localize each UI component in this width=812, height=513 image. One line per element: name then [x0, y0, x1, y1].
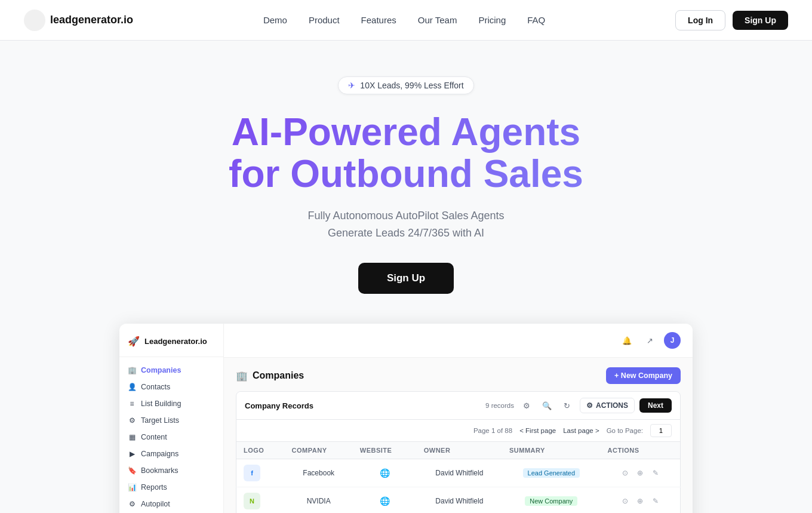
svg-point-0: [24, 10, 45, 31]
user-avatar[interactable]: J: [664, 332, 681, 349]
table-toolbar-label: Company Records: [245, 401, 313, 410]
nav-link-faq[interactable]: FAQ: [527, 15, 545, 25]
sidebar-label-campaigns: Campaigns: [141, 450, 179, 458]
hero-signup-button[interactable]: Sign Up: [358, 263, 454, 294]
action-edit-icon[interactable]: ✎: [649, 466, 662, 480]
website-icon[interactable]: 🌐: [380, 496, 390, 506]
target-lists-icon: ⚙: [128, 416, 136, 425]
sidebar-item-contacts[interactable]: 👤 Contacts: [119, 379, 223, 395]
nav-link-our-team[interactable]: Our Team: [418, 15, 457, 25]
export-button[interactable]: ↗: [641, 332, 658, 349]
table-body: f Facebook 🌐 David Whitfield Lead Genera…: [236, 459, 681, 513]
sidebar-item-target-lists[interactable]: ⚙ Target Lists: [119, 412, 223, 429]
refresh-icon-btn[interactable]: ↻: [559, 398, 575, 413]
table-toolbar: Company Records 9 records ⚙ 🔍 ↻ ⚙ ACTION…: [236, 391, 681, 420]
page-number-input[interactable]: [650, 424, 672, 437]
logo-icon: 🚀: [24, 10, 45, 31]
cell-summary: New Company: [502, 487, 601, 513]
company-logo-img: N: [244, 493, 260, 509]
app-preview: 🚀 Leadgenerator.io 🏢 Companies 👤 Contact…: [119, 324, 693, 513]
first-page-button[interactable]: < First page: [519, 427, 556, 434]
sidebar-logo-text: Leadgenerator.io: [144, 337, 207, 346]
cell-company: NVIDIA: [285, 487, 353, 513]
hero-subtitle-line1: Fully Autonomous AutoPilot Sales Agents: [307, 210, 504, 222]
action-add-icon[interactable]: ⊕: [633, 494, 647, 508]
hero-badge: ✈ 10X Leads, 99% Less Effort: [338, 76, 473, 94]
status-badge: Lead Generated: [523, 468, 580, 478]
col-logo: LOGO: [236, 442, 285, 459]
action-link-icon[interactable]: ⊙: [619, 466, 632, 480]
main-content: 🔔 ↗ J 🏢 Companies + New Company Company …: [224, 324, 693, 513]
col-actions: ACTIONS: [601, 442, 681, 459]
table-row: f Facebook 🌐 David Whitfield Lead Genera…: [236, 459, 681, 487]
campaigns-icon: ▶: [128, 450, 136, 458]
companies-icon: 🏢: [128, 366, 136, 374]
company-logo-img: f: [244, 465, 260, 481]
table-header: LOGO COMPANY WEBSITE OWNER SUMMARY ACTIO…: [236, 442, 681, 459]
cell-actions: ⊙ ⊕ ✎: [601, 487, 681, 513]
hero-section: ✈ 10X Leads, 99% Less Effort AI-Powered …: [0, 41, 812, 513]
filter-icon-btn[interactable]: ⚙: [519, 398, 534, 413]
nav-actions: Log In Sign Up: [675, 10, 788, 30]
sidebar-label-companies: Companies: [141, 366, 181, 374]
bookmarks-icon: 🔖: [128, 466, 136, 475]
nav-links: Demo Product Features Our Team Pricing F…: [263, 15, 545, 26]
cell-owner: David Whitfield: [417, 459, 502, 487]
sidebar-item-bookmarks[interactable]: 🔖 Bookmarks: [119, 462, 223, 479]
app-topbar: 🔔 ↗ J: [224, 324, 693, 358]
cell-summary: Lead Generated: [502, 459, 601, 487]
navbar: 🚀 leadgenerator.io Demo Product Features…: [0, 0, 812, 41]
col-owner: OWNER: [417, 442, 502, 459]
autopilot-icon: ⚙: [128, 500, 136, 508]
website-icon[interactable]: 🌐: [380, 468, 390, 478]
cell-website: 🌐: [353, 459, 417, 487]
notification-button[interactable]: 🔔: [619, 332, 635, 349]
cell-company: Facebook: [285, 459, 353, 487]
login-button[interactable]: Log In: [675, 10, 725, 30]
nav-link-features[interactable]: Features: [361, 15, 396, 25]
nav-logo[interactable]: 🚀 leadgenerator.io: [24, 10, 133, 31]
sidebar-item-campaigns[interactable]: ▶ Campaigns: [119, 446, 223, 462]
reports-icon: 📊: [128, 483, 136, 492]
action-add-icon[interactable]: ⊕: [633, 466, 647, 480]
sidebar-item-reports[interactable]: 📊 Reports: [119, 479, 223, 496]
nav-link-pricing[interactable]: Pricing: [478, 15, 506, 25]
page-title: 🏢 Companies: [236, 370, 304, 382]
sidebar-logo: 🚀 Leadgenerator.io: [119, 333, 223, 357]
cell-owner: David Whitfield: [417, 487, 502, 513]
companies-title-icon: 🏢: [236, 370, 248, 382]
new-company-button[interactable]: + New Company: [606, 367, 681, 384]
sidebar-label-autopilot: Autopilot: [141, 500, 170, 508]
content-icon: ▦: [128, 433, 136, 441]
sidebar-item-list-building[interactable]: ≡ List Building: [119, 395, 223, 412]
actions-button[interactable]: ⚙ ACTIONS: [580, 398, 635, 413]
sidebar-item-autopilot[interactable]: ⚙ Autopilot: [119, 496, 223, 512]
actions-icon: ⚙: [586, 401, 593, 410]
sidebar-label-list-building: List Building: [141, 400, 181, 408]
actions-label: ACTIONS: [596, 401, 628, 410]
sidebar-label-target-lists: Target Lists: [141, 416, 179, 425]
last-page-button[interactable]: Last page >: [563, 427, 599, 434]
cell-logo: N: [236, 487, 285, 513]
nav-link-demo[interactable]: Demo: [263, 15, 287, 25]
content-area: 🏢 Companies + New Company Company Record…: [224, 358, 693, 513]
content-header: 🏢 Companies + New Company: [236, 367, 681, 384]
search-icon-btn[interactable]: 🔍: [539, 398, 555, 413]
hero-title: AI-Powered Agents for Outbound Sales: [24, 111, 788, 195]
hero-subtitle: Fully Autonomous AutoPilot Sales Agents …: [24, 207, 788, 242]
nav-link-product[interactable]: Product: [309, 15, 340, 25]
hero-title-line1: AI-Powered Agents: [232, 110, 580, 153]
col-website: WEBSITE: [353, 442, 417, 459]
action-edit-icon[interactable]: ✎: [649, 494, 662, 508]
next-button[interactable]: Next: [639, 398, 672, 413]
signup-nav-button[interactable]: Sign Up: [733, 11, 788, 30]
sidebar-item-content[interactable]: ▦ Content: [119, 429, 223, 446]
action-link-icon[interactable]: ⊙: [619, 494, 632, 508]
nav-logo-text: leadgenerator.io: [50, 14, 133, 26]
hero-badge-text: 10X Leads, 99% Less Effort: [360, 81, 463, 90]
sidebar-label-bookmarks: Bookmarks: [141, 466, 179, 475]
sidebar-item-companies[interactable]: 🏢 Companies: [119, 362, 223, 379]
contacts-icon: 👤: [128, 383, 136, 391]
col-summary: SUMMARY: [502, 442, 601, 459]
pagination-bar: Page 1 of 88 < First page Last page > Go…: [236, 420, 681, 441]
